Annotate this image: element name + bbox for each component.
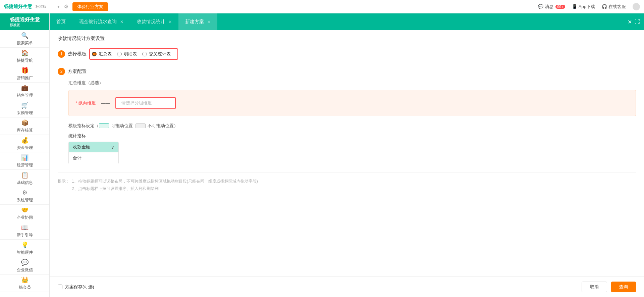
sidebar-item-quicknav[interactable]: 🏠 快捷导航 xyxy=(0,48,49,65)
purchase-icon: 🛒 xyxy=(21,102,29,109)
app-logo: 畅捷通好生意 xyxy=(4,4,32,10)
tab-home[interactable]: 首页 xyxy=(50,13,72,30)
tab-home-label: 首页 xyxy=(56,19,66,25)
sidebar-item-inventory-label: 库存核算 xyxy=(17,128,33,133)
sidebar-item-collab[interactable]: 🤝 企业协同 xyxy=(0,205,49,222)
save-checkbox[interactable]: 方案保存(可选) xyxy=(58,284,94,290)
tip-1: 1、拖动标题栏可以调整布局，不可跨维度或指标区域拖动栏目段(只能在同一维度或指标… xyxy=(72,178,258,185)
dimension-area: * 纵向维度 —— 请选择分组维度 xyxy=(68,90,636,116)
template-select-box: 汇总表 明细表 交叉统计表 xyxy=(89,48,178,60)
radio-cross[interactable]: 交叉统计表 xyxy=(142,51,171,57)
save-checkbox-input[interactable] xyxy=(58,285,62,289)
vertical-dimension-label: * 纵向维度 xyxy=(75,100,96,106)
top-bar-right: 💬 消息 99+ 📱 App下载 🎧 在线客服 xyxy=(538,3,640,10)
tab-maximize-icon[interactable]: ⛶ xyxy=(635,19,640,25)
sales-icon: 💼 xyxy=(21,84,29,92)
radio-cross-input[interactable] xyxy=(142,52,147,56)
divider xyxy=(58,172,636,172)
tab-newplan-close[interactable]: ✕ xyxy=(207,19,211,24)
sidebar-item-sales[interactable]: 💼 销售管理 xyxy=(0,83,49,100)
message-btn[interactable]: 💬 消息 99+ xyxy=(538,4,565,10)
sidebar-item-search-label: 搜索菜单 xyxy=(17,40,33,46)
tab-cashflow-close[interactable]: ✕ xyxy=(120,19,123,24)
user-avatar[interactable] xyxy=(633,3,640,10)
wechat-icon: 💬 xyxy=(21,259,29,266)
sidebar-item-hardware-label: 智能硬件 xyxy=(17,250,33,255)
sidebar-item-hardware[interactable]: 💡 智能硬件 xyxy=(0,240,49,257)
collab-icon: 🤝 xyxy=(21,206,29,214)
metrics-table: 收款金额 ∨ 合计 xyxy=(68,142,119,164)
app-subtitle: 标准版 xyxy=(36,4,47,9)
sidebar-item-inventory[interactable]: 📦 库存核算 xyxy=(0,117,49,135)
tips-prefix: 提示： xyxy=(58,178,70,185)
content-area: 首页 现金银行流水查询 ✕ 收款情况统计 ✕ 新建方案 ✕ ✕ ⛶ 收款情况统计… xyxy=(50,13,644,297)
fixed-box xyxy=(136,123,146,128)
sidebar-item-marketing[interactable]: 🎁 营销推广 xyxy=(0,65,49,83)
radio-summary[interactable]: 汇总表 xyxy=(92,51,112,57)
radio-detail-input[interactable] xyxy=(117,52,122,56)
sidebar-item-finance[interactable]: 💰 资金管理 xyxy=(0,135,49,152)
tab-receipt-close[interactable]: ✕ xyxy=(168,19,172,24)
page-content: 收款情况统计方案设置 1 选择模板 汇总表 xyxy=(50,30,644,277)
download-label: App下载 xyxy=(579,4,595,10)
query-button[interactable]: 查询 xyxy=(611,282,636,292)
sidebar-item-member[interactable]: 👑 畅会员 xyxy=(0,275,49,292)
metrics-table-row: 合计 xyxy=(69,152,118,164)
tab-close-icon[interactable]: ✕ xyxy=(628,19,632,25)
tab-cashflow[interactable]: 现金银行流水查询 ✕ xyxy=(72,13,130,30)
sidebar: 畅捷通好生意 标准版 🔍 搜索菜单 🏠 快捷导航 🎁 营销推广 💼 销售管理 🛒… xyxy=(0,13,50,297)
sidebar-item-system[interactable]: ⚙ 系统管理 xyxy=(0,187,49,205)
sidebar-logo: 畅捷通好生意 标准版 xyxy=(0,13,49,30)
step1-badge: 1 xyxy=(58,50,65,58)
dimension-section-title: 汇总维度（必选） xyxy=(68,80,636,86)
tab-receipt-label: 收款情况统计 xyxy=(137,19,165,25)
sidebar-item-marketing-label: 营销推广 xyxy=(17,75,33,81)
step1-section: 1 选择模板 汇总表 明细表 xyxy=(58,48,636,60)
movable-box xyxy=(99,123,109,128)
metrics-table-header: 收款金额 ∨ xyxy=(69,142,118,152)
member-icon: 👑 xyxy=(21,276,29,284)
dimension-row: * 纵向维度 —— 请选择分组维度 xyxy=(75,97,629,109)
operation-icon: 📊 xyxy=(21,154,29,161)
system-icon: ⚙ xyxy=(22,189,28,196)
sidebar-item-purchase[interactable]: 🛒 采购管理 xyxy=(0,100,49,117)
sidebar-item-basic[interactable]: 📋 基础信息 xyxy=(0,170,49,187)
guide-icon: 📖 xyxy=(21,224,29,231)
tab-newplan-label: 新建方案 xyxy=(185,19,204,25)
message-icon: 💬 xyxy=(538,4,543,9)
dimension-select-btn[interactable]: 请选择分组维度 xyxy=(115,97,176,109)
sidebar-item-search[interactable]: 🔍 搜索菜单 xyxy=(0,30,49,48)
sidebar-item-wechat-label: 企业微信 xyxy=(17,267,33,273)
gift-icon: 🎁 xyxy=(21,67,29,74)
gear-icon[interactable]: ⚙ xyxy=(64,3,68,10)
radio-summary-label: 汇总表 xyxy=(99,51,112,57)
tab-cashflow-label: 现金银行流水查询 xyxy=(79,19,117,25)
dropdown-arrow-icon[interactable]: ▾ xyxy=(57,4,60,9)
metrics-dropdown-icon[interactable]: ∨ xyxy=(111,145,114,150)
sidebar-item-wechat[interactable]: 💬 企业微信 xyxy=(0,257,49,275)
sidebar-item-guide[interactable]: 📖 新手引导 xyxy=(0,222,49,240)
tab-receipt[interactable]: 收款情况统计 ✕ xyxy=(130,13,178,30)
movable-label: 可拖动位置 xyxy=(111,123,133,129)
save-label: 方案保存(可选) xyxy=(65,284,94,290)
step2-badge: 2 xyxy=(58,68,65,75)
industry-btn[interactable]: 体验行业方案 xyxy=(72,2,108,11)
tab-newplan[interactable]: 新建方案 ✕ xyxy=(178,13,217,30)
search-icon: 🔍 xyxy=(21,32,29,39)
service-btn[interactable]: 🎧 在线客服 xyxy=(602,4,626,10)
hardware-icon: 💡 xyxy=(21,241,29,249)
sidebar-item-operation[interactable]: 📊 经营管理 xyxy=(0,152,49,170)
tab-bar: 首页 现金银行流水查询 ✕ 收款情况统计 ✕ 新建方案 ✕ ✕ ⛶ xyxy=(50,13,644,30)
step2-section: 2 方案配置 汇总维度（必选） * 纵向维度 —— 请选择分组维度 xyxy=(58,68,636,164)
sidebar-item-operation-label: 经营管理 xyxy=(17,162,33,168)
radio-summary-input[interactable] xyxy=(92,52,97,56)
cancel-button[interactable]: 取消 xyxy=(582,282,607,292)
sidebar-item-purchase-label: 采购管理 xyxy=(17,110,33,116)
sidebar-item-system-label: 系统管理 xyxy=(17,197,33,203)
service-label: 在线客服 xyxy=(608,4,626,10)
radio-detail[interactable]: 明细表 xyxy=(117,51,137,57)
sidebar-item-quicknav-label: 快捷导航 xyxy=(17,58,33,63)
home-icon: 🏠 xyxy=(21,49,29,57)
download-icon: 📱 xyxy=(572,4,577,9)
download-btn[interactable]: 📱 App下载 xyxy=(572,4,595,10)
